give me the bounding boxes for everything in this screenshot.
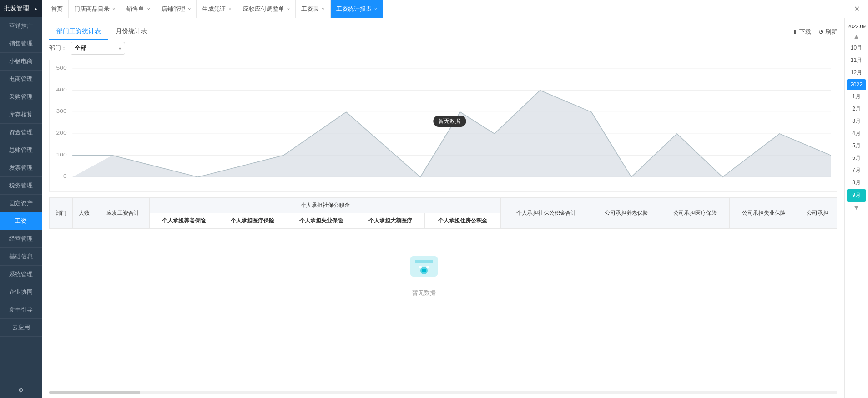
svg-text:500: 500 xyxy=(56,65,67,71)
filter-label: 部门： xyxy=(49,44,67,52)
sidebar-item-小畅电商[interactable]: 小畅电商 xyxy=(0,53,42,71)
sidebar-item-税务管理[interactable]: 税务管理 xyxy=(0,177,42,195)
sidebar-item-企业协同[interactable]: 企业协同 xyxy=(0,283,42,301)
col-company-other: 公司承担 xyxy=(798,198,837,229)
refresh-icon: ↺ xyxy=(818,29,823,35)
refresh-label: 刷新 xyxy=(825,28,837,36)
timeline-month-3[interactable]: 3月 xyxy=(845,115,868,127)
chart-area: 500 400 300 200 100 0 xyxy=(42,60,844,192)
sidebar-item-基础信息[interactable]: 基础信息 xyxy=(0,248,42,266)
svg-text:400: 400 xyxy=(56,87,67,92)
col-company-pension: 公司承担养老保险 xyxy=(592,198,661,229)
tab-工资统计报表[interactable]: 工资统计报表× xyxy=(331,0,383,18)
svg-rect-14 xyxy=(415,260,433,263)
tab-label: 首页 xyxy=(51,5,63,13)
svg-text:100: 100 xyxy=(56,152,67,157)
tab-销售单[interactable]: 销售单× xyxy=(121,0,156,18)
timeline-panel: 2022.09 ▲ 10月 11月 12月 2022 1月 2月 3月 4月 5… xyxy=(844,18,868,398)
content-area: 部门工资统计表 月份统计表 ⬇ 下载 ↺ 刷新 部门： xyxy=(42,18,868,398)
toolbar: ⬇ 下载 ↺ 刷新 xyxy=(792,24,837,40)
download-button[interactable]: ⬇ 下载 xyxy=(792,28,811,36)
tab-close-icon[interactable]: × xyxy=(287,6,290,12)
col-ind-pension: 个人承担养老保险 xyxy=(150,213,218,229)
tab-首页[interactable]: 首页 xyxy=(45,0,69,18)
timeline-month-1[interactable]: 1月 xyxy=(845,91,868,103)
sidebar-item-资金管理[interactable]: 资金管理 xyxy=(0,124,42,141)
col-headcount: 人数 xyxy=(73,198,96,229)
tab-close-icon[interactable]: × xyxy=(228,6,231,12)
empty-icon xyxy=(406,247,442,283)
svg-text:200: 200 xyxy=(56,130,67,136)
chart-tooltip: 暂无数据 xyxy=(433,116,466,127)
timeline-up-nav[interactable]: ▲ xyxy=(852,31,862,42)
tab-close-icon[interactable]: × xyxy=(374,6,377,12)
sidebar-header[interactable]: 批发管理 ▲ xyxy=(0,0,42,17)
department-select[interactable]: 全部 ▾ xyxy=(71,42,125,55)
sidebar-item-总账管理[interactable]: 总账管理 xyxy=(0,141,42,159)
sidebar-item-库存核算[interactable]: 库存核算 xyxy=(0,106,42,124)
sidebar-item-云应用[interactable]: 云应用 xyxy=(0,319,42,337)
main-area: 首页门店商品目录×销售单×店铺管理×生成凭证×应收应付调整单×工资表×工资统计报… xyxy=(42,0,868,398)
tab-close-icon[interactable]: × xyxy=(188,6,191,12)
col-individual-total: 个人承担社保公积金合计 xyxy=(501,198,592,229)
tab-department-stats[interactable]: 部门工资统计表 xyxy=(49,24,108,40)
tab-close-icon[interactable]: × xyxy=(322,6,324,12)
tab-monthly-stats[interactable]: 月份统计表 xyxy=(108,24,155,40)
sidebar-item-经营管理[interactable]: 经营管理 xyxy=(0,230,42,248)
sidebar-item-电商管理[interactable]: 电商管理 xyxy=(0,71,42,88)
timeline-month-12[interactable]: 12月 xyxy=(845,66,868,79)
sidebar-item-系统管理[interactable]: 系统管理 xyxy=(0,266,42,283)
sub-tabs: 部门工资统计表 月份统计表 xyxy=(49,18,155,40)
sidebar-item-采购管理[interactable]: 采购管理 xyxy=(0,88,42,106)
close-all-button[interactable]: ✕ xyxy=(849,5,864,13)
timeline-month-2[interactable]: 2月 xyxy=(845,103,868,115)
sidebar-item-新手引导[interactable]: 新手引导 xyxy=(0,301,42,319)
tab-生成凭证[interactable]: 生成凭证× xyxy=(197,0,237,18)
tab-label: 销售单 xyxy=(126,5,144,13)
table-section: 部门 人数 应发工资合计 个人承担社保公积金 个人承担社保公积金合计 公司承担养… xyxy=(42,192,844,391)
col-ind-housing: 个人承担住房公积金 xyxy=(424,213,501,229)
timeline-current-year: 2022.09 xyxy=(845,22,868,31)
tab-label: 生成凭证 xyxy=(202,5,226,13)
col-ind-medical: 个人承担医疗保险 xyxy=(218,213,287,229)
timeline-month-7[interactable]: 7月 xyxy=(845,164,868,176)
tab-店铺管理[interactable]: 店铺管理× xyxy=(156,0,197,18)
tab-close-icon[interactable]: × xyxy=(147,6,150,12)
gear-icon: ⚙ xyxy=(18,387,24,393)
tab-close-icon[interactable]: × xyxy=(112,6,115,12)
sidebar: 批发管理 ▲ 营销推广销售管理小畅电商电商管理采购管理库存核算资金管理总账管理发… xyxy=(0,0,42,398)
timeline-month-8[interactable]: 8月 xyxy=(845,176,868,189)
data-table: 部门 人数 应发工资合计 个人承担社保公积金 个人承担社保公积金合计 公司承担养… xyxy=(49,197,837,315)
timeline-year-2022[interactable]: 2022 xyxy=(847,79,866,90)
page: 部门工资统计表 月份统计表 ⬇ 下载 ↺ 刷新 部门： xyxy=(42,18,844,398)
filter-row: 部门： 全部 ▾ xyxy=(42,40,844,60)
svg-point-18 xyxy=(426,266,429,268)
sidebar-settings[interactable]: ⚙ xyxy=(0,382,42,398)
col-ind-unemployment: 个人承担失业保险 xyxy=(287,213,356,229)
empty-state: 暂无数据 xyxy=(50,229,798,315)
chart-container: 500 400 300 200 100 0 xyxy=(49,60,837,192)
sidebar-title: 批发管理 xyxy=(4,5,29,13)
timeline-month-4[interactable]: 4月 xyxy=(845,127,868,140)
tab-工资表[interactable]: 工资表× xyxy=(296,0,330,18)
sidebar-item-营销推广[interactable]: 营销推广 xyxy=(0,17,42,35)
tab-应收应付调整单[interactable]: 应收应付调整单× xyxy=(237,0,296,18)
sidebar-arrow-icon: ▲ xyxy=(34,6,38,11)
timeline-down-nav[interactable]: ▼ xyxy=(852,202,862,213)
timeline-month-11[interactable]: 11月 xyxy=(845,54,868,66)
sidebar-item-销售管理[interactable]: 销售管理 xyxy=(0,35,42,53)
tab-门店商品目录[interactable]: 门店商品目录× xyxy=(69,0,121,18)
timeline-month-6[interactable]: 6月 xyxy=(845,152,868,164)
sidebar-item-工资[interactable]: 工资 xyxy=(0,212,42,230)
timeline-month-5[interactable]: 5月 xyxy=(845,140,868,152)
department-select-value: 全部 xyxy=(75,44,86,52)
svg-text:0: 0 xyxy=(63,174,67,179)
col-company-medical: 公司承担医疗保险 xyxy=(661,198,730,229)
timeline-month-10[interactable]: 10月 xyxy=(845,42,868,54)
col-department: 部门 xyxy=(50,198,73,229)
timeline-month-9[interactable]: 9月 xyxy=(847,189,866,202)
col-company-unemployment: 公司承担失业保险 xyxy=(730,198,798,229)
refresh-button[interactable]: ↺ 刷新 xyxy=(818,28,837,36)
sidebar-item-发票管理[interactable]: 发票管理 xyxy=(0,159,42,177)
sidebar-item-固定资产[interactable]: 固定资产 xyxy=(0,195,42,212)
